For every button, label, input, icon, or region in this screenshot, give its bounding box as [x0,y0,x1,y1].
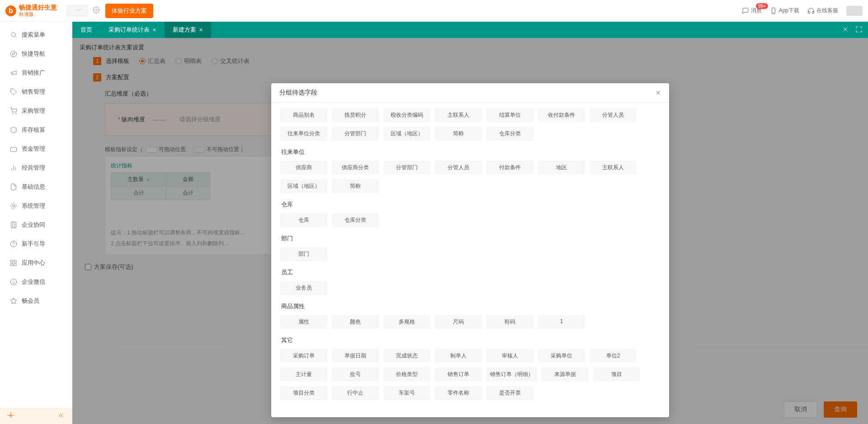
field-chip[interactable]: 部门 [280,247,327,261]
field-chip[interactable]: 简称 [435,127,482,141]
search-icon [10,31,17,38]
field-chip[interactable]: 仓库分类 [486,127,533,141]
sidebar-item-label: 库存核算 [22,126,45,134]
modal-horizontal-scrollbar[interactable] [276,408,665,414]
modal-close-button[interactable]: ✕ [656,89,661,96]
tab-home[interactable]: 首页 [72,22,100,38]
svg-marker-27 [10,298,16,304]
sidebar-item-1[interactable]: 快捷导航 [0,44,72,63]
field-group-title: 仓库 [281,200,660,209]
field-chip[interactable]: 地区 [538,161,585,175]
field-chip[interactable]: 分管部门 [332,127,379,141]
sidebar-item-11[interactable]: 新手引导 [0,234,72,253]
svg-rect-1 [772,8,775,14]
field-chip[interactable]: 零件名称 [435,386,482,400]
field-chip[interactable]: 分管人员 [590,108,637,122]
field-chip[interactable]: 项目 [593,367,640,381]
field-chip[interactable]: 行中止 [332,386,379,400]
sidebar-item-label: 采购管理 [22,107,45,115]
field-chip[interactable]: 主计量 [280,367,327,381]
field-chip[interactable]: 制单人 [435,349,482,363]
field-chip[interactable]: 批号 [332,367,379,381]
tab-new-plan[interactable]: 新建方案✕ [165,22,211,38]
field-chip[interactable]: 区域（地区） [280,179,327,193]
message-icon [742,7,749,14]
field-chip[interactable]: 来源单据 [542,367,589,381]
sidebar-item-0[interactable]: 搜索菜单 [0,25,72,44]
sidebar-item-13[interactable]: 企业微信 [0,272,72,291]
online-service-link[interactable]: 在线客服 [807,7,838,14]
headset-icon [807,7,815,14]
sidebar-item-14[interactable]: 畅会员 [0,291,72,310]
svg-rect-21 [14,260,16,262]
try-industry-button[interactable]: 体验行业方案 [105,4,153,18]
collapse-icon[interactable] [57,412,65,420]
field-chip[interactable]: 分管人员 [435,161,482,175]
logo: b 畅捷通好生意 标准版 [5,4,57,18]
field-chip[interactable]: 车架号 [383,386,430,400]
sidebar-item-3[interactable]: 销售管理 [0,82,72,101]
expand-icon[interactable] [855,26,863,34]
field-chip[interactable]: 供应商 [280,161,327,175]
field-chip[interactable]: 采购单位 [538,349,585,363]
field-group-title: 部门 [281,234,660,243]
field-chip[interactable]: 采购订单 [280,349,327,363]
close-icon[interactable]: ✕ [199,27,203,33]
field-chip[interactable]: 仓库 [280,213,327,227]
gear-icon[interactable] [93,6,100,15]
sidebar-item-4[interactable]: 采购管理 [0,101,72,120]
sidebar-item-10[interactable]: 企业协同 [0,215,72,234]
field-chip[interactable]: 简称 [332,179,379,193]
field-chip[interactable]: 销售订单 [435,367,482,381]
field-chip[interactable]: 付款条件 [486,161,533,175]
user-avatar[interactable] [846,6,863,16]
sidebar-item-label: 畅会员 [22,297,39,305]
field-chip[interactable]: 颜色 [332,315,379,329]
field-chip[interactable]: 仓库分类 [332,213,379,227]
field-chip[interactable]: 拣货积分 [332,108,379,122]
field-chip[interactable]: 商品别名 [280,108,327,122]
field-chip[interactable]: 1 [538,315,585,329]
field-chip[interactable]: 价格类型 [383,367,430,381]
field-chip[interactable]: 收付款条件 [538,108,585,122]
field-chip[interactable]: 销售订单（明细） [486,367,537,381]
tab-purchase-stats[interactable]: 采购订单统计表✕ [100,22,165,38]
close-all-icon[interactable] [842,26,849,34]
field-chip[interactable]: 属性 [280,315,327,329]
field-chip[interactable]: 税收分类编码 [383,108,430,122]
app-download-link[interactable]: App下载 [770,7,799,14]
sidebar-item-12[interactable]: 应用中心 [0,253,72,272]
close-icon[interactable]: ✕ [152,27,156,33]
field-chip[interactable]: 审核人 [486,349,533,363]
field-chip[interactable]: 尺码 [435,315,482,329]
field-chip[interactable]: 主联系人 [435,108,482,122]
tab-bar: 首页 采购订单统计表✕ 新建方案✕ [72,22,868,38]
cart-icon [10,107,17,114]
field-chip[interactable]: 结算单位 [486,108,533,122]
sidebar-item-5[interactable]: 库存核算 [0,120,72,139]
sidebar-item-9[interactable]: 系统管理 [0,196,72,215]
sidebar-item-2[interactable]: 营销推广 [0,63,72,82]
messages-link[interactable]: 消息 99+ [742,7,762,14]
field-chip[interactable]: 往来单位分类 [280,127,327,141]
field-chip[interactable]: 区域（地区） [383,127,430,141]
svg-rect-20 [11,260,13,262]
sidebar-item-6[interactable]: 资金管理 [0,139,72,158]
field-chip[interactable]: 是否开票 [486,386,533,400]
sidebar-item-7[interactable]: 经营管理 [0,158,72,177]
field-chip[interactable]: 主联系人 [590,161,637,175]
field-chip[interactable]: 供应商分类 [332,161,379,175]
field-chip[interactable]: 单位2 [590,349,637,363]
field-chip[interactable]: 分管部门 [383,161,430,175]
org-selector[interactable]: ﹀ [66,5,88,17]
field-chip[interactable]: 单据日期 [332,349,379,363]
field-chip[interactable]: 项目分类 [280,386,327,400]
messages-badge: 99+ [756,3,768,9]
sidebar-item-label: 营销推广 [22,69,45,77]
field-chip[interactable]: 多规格 [383,315,430,329]
field-chip[interactable]: 鞋码 [486,315,533,329]
sidebar-item-8[interactable]: 基础信息 [0,177,72,196]
settings-icon[interactable] [7,412,14,420]
field-chip[interactable]: 完成状态 [383,349,430,363]
field-chip[interactable]: 业务员 [280,281,327,295]
